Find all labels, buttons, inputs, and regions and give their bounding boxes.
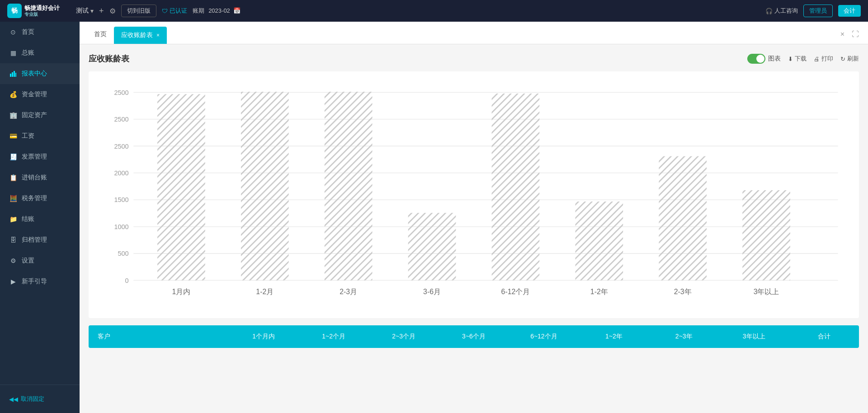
tab-receivable[interactable]: 应收账龄表 × <box>114 27 167 44</box>
assets-icon: 🏢 <box>9 111 17 119</box>
bar-4 <box>408 213 456 280</box>
sidebar-item-ledger[interactable]: ▦ 总账 <box>0 42 80 63</box>
sidebar-item-salary[interactable]: 💳 工资 <box>0 126 80 146</box>
svg-text:3-6月: 3-6月 <box>423 288 441 296</box>
sidebar-item-reports[interactable]: 报表中心 <box>0 63 80 84</box>
svg-text:1-2月: 1-2月 <box>256 288 274 296</box>
svg-rect-2 <box>14 71 15 77</box>
sidebar-item-label: 税务管理 <box>22 194 47 202</box>
logo-icon: 畅 <box>7 4 22 18</box>
archive-icon: 🗄 <box>9 236 17 244</box>
bar-8 <box>742 190 790 280</box>
tax-icon: 🧮 <box>9 194 17 202</box>
sidebar-item-tax[interactable]: 🧮 税务管理 <box>0 188 80 209</box>
sidebar-item-label: 进销台账 <box>22 174 47 182</box>
bar-5 <box>492 94 540 280</box>
settings-icon[interactable]: ⚙ <box>109 7 116 15</box>
page-content: 应收账龄表 图表 ⬇ 下载 🖨 打印 <box>80 44 868 413</box>
sidebar-item-finance[interactable]: 💰 资金管理 <box>0 84 80 105</box>
col-1-2y: 1~2年 <box>579 325 649 348</box>
sidebar-item-assets[interactable]: 🏢 固定资产 <box>0 105 80 126</box>
col-2-3y: 2~3年 <box>649 325 719 348</box>
refresh-icon: ↻ <box>840 56 845 62</box>
add-button[interactable]: + <box>99 6 104 16</box>
svg-text:1500: 1500 <box>114 196 128 203</box>
chart-container: 2500 2500 2500 2000 1500 1000 500 0 <box>89 71 859 318</box>
sidebar-item-home[interactable]: ⊙ 首页 <box>0 22 80 42</box>
print-icon: 🖨 <box>814 56 820 62</box>
data-table: 客户 1个月内 1~2个月 2~3个月 3~6个月 6~12个月 1~2年 2~… <box>89 325 859 348</box>
col-1-2m: 1~2个月 <box>299 325 369 348</box>
sidebar-item-label: 首页 <box>22 28 34 36</box>
svg-rect-1 <box>12 72 13 77</box>
sidebar-item-label: 结账 <box>22 215 34 223</box>
expand-window-btn[interactable]: ⛶ <box>850 28 861 40</box>
certified-badge: 🛡 已认证 <box>162 7 187 15</box>
role-btn[interactable]: 会计 <box>838 5 861 17</box>
sidebar-item-label: 固定资产 <box>22 111 47 119</box>
svg-text:500: 500 <box>118 250 128 257</box>
topbar: 畅 畅捷通好会计 专业版 测试 ▾ + ⚙ 切到旧版 🛡 已认证 账期 2023… <box>0 0 868 22</box>
content-area: 首页 应收账龄表 × × ⛶ 应收账龄表 <box>80 22 868 413</box>
sidebar-item-label: 归档管理 <box>22 236 47 244</box>
headset-icon: 🎧 <box>765 8 773 14</box>
chart-toggle-label: 图表 <box>768 55 781 63</box>
table-header: 客户 1个月内 1~2个月 2~3个月 3~6个月 6~12个月 1~2年 2~… <box>89 325 859 348</box>
svg-rect-3 <box>15 73 16 77</box>
bar-1 <box>157 94 205 280</box>
chart-toggle-wrap: 图表 <box>747 54 781 64</box>
page-toolbar: 图表 ⬇ 下载 🖨 打印 ↻ 刷新 <box>747 54 859 64</box>
main-layout: ⊙ 首页 ▦ 总账 报表中心 💰 <box>0 22 868 413</box>
col-3-6m: 3~6个月 <box>439 325 509 348</box>
sidebar-item-label: 发票管理 <box>22 153 47 161</box>
project-selector[interactable]: 测试 ▾ <box>76 7 94 15</box>
sidebar-item-archive[interactable]: 🗄 归档管理 <box>0 230 80 250</box>
svg-text:2500: 2500 <box>114 116 128 123</box>
sidebar-item-settings[interactable]: ⚙ 设置 <box>0 250 80 271</box>
bar-7 <box>659 156 707 281</box>
svg-text:3年以上: 3年以上 <box>754 288 779 296</box>
chart-toggle[interactable] <box>747 54 765 64</box>
download-btn[interactable]: ⬇ 下载 <box>788 55 807 63</box>
svg-text:2-3年: 2-3年 <box>674 288 692 296</box>
ledger-icon: ▦ <box>9 49 17 57</box>
col-customer: 客户 <box>89 325 229 348</box>
tab-actions: × ⛶ <box>839 28 861 44</box>
reports-icon <box>9 70 17 78</box>
col-3y-plus: 3年以上 <box>719 325 789 348</box>
sidebar-item-invoice[interactable]: 🧾 发票管理 <box>0 146 80 167</box>
logo: 畅 畅捷通好会计 专业版 <box>7 4 71 18</box>
svg-text:2500: 2500 <box>114 143 128 150</box>
pin-btn[interactable]: ◀◀ 取消固定 <box>0 390 80 408</box>
sidebar-item-guide[interactable]: ▶ 新手引导 <box>0 271 80 292</box>
download-icon: ⬇ <box>788 56 793 62</box>
sidebar-item-close-period[interactable]: 📁 结账 <box>0 209 80 230</box>
page-title: 应收账龄表 <box>89 53 129 64</box>
sidebar: ⊙ 首页 ▦ 总账 报表中心 💰 <box>0 22 80 413</box>
tab-close-icon[interactable]: × <box>156 32 160 38</box>
col-1m: 1个月内 <box>229 325 299 348</box>
sidebar-item-label: 资金管理 <box>22 90 47 99</box>
tab-home[interactable]: 首页 <box>87 26 114 44</box>
sidebar-item-label: 新手引导 <box>22 277 47 286</box>
shield-icon: 🛡 <box>162 8 168 14</box>
logo-sub: 专业版 <box>24 12 60 17</box>
switch-old-btn[interactable]: 切到旧版 <box>121 5 156 17</box>
close-window-btn[interactable]: × <box>839 28 846 40</box>
sidebar-item-label: 工资 <box>22 132 34 140</box>
svg-text:2000: 2000 <box>114 169 128 177</box>
tab-bar: 首页 应收账龄表 × × ⛶ <box>80 22 868 44</box>
bar-6 <box>576 202 623 280</box>
help-btn[interactable]: 🎧 人工咨询 <box>765 7 798 15</box>
sidebar-item-inventory[interactable]: 📋 进销台账 <box>0 167 80 188</box>
print-btn[interactable]: 🖨 打印 <box>814 55 833 63</box>
refresh-btn[interactable]: ↻ 刷新 <box>840 55 859 63</box>
calendar-icon[interactable]: 📅 <box>233 7 241 14</box>
svg-text:1000: 1000 <box>114 223 128 230</box>
close-period-icon: 📁 <box>9 215 17 223</box>
manager-btn[interactable]: 管理员 <box>803 5 833 17</box>
svg-text:2500: 2500 <box>114 89 128 96</box>
col-2-3m: 2~3个月 <box>369 325 439 348</box>
period-display: 账期 2023-02 📅 <box>193 7 241 15</box>
inventory-icon: 📋 <box>9 174 17 182</box>
